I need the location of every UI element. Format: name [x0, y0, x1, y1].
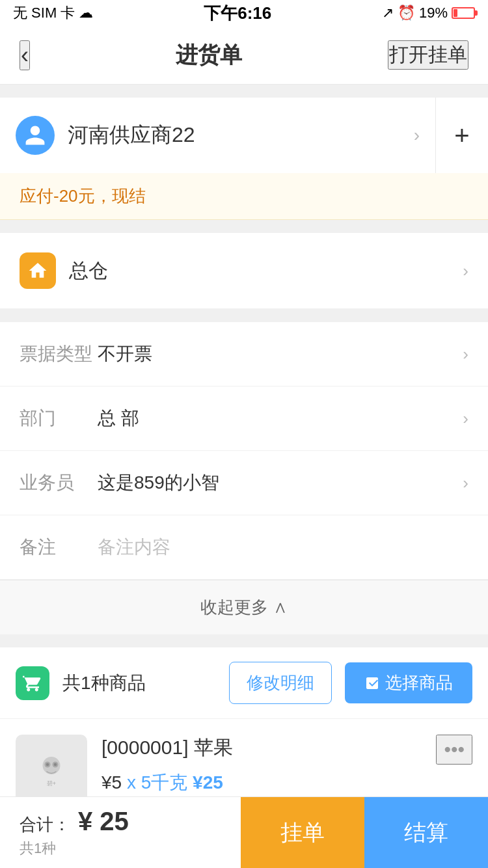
svg-point-3	[46, 763, 49, 766]
nav-bar: ‹ 进货单 打开挂单	[0, 26, 488, 85]
remark-row[interactable]: 备注 备注内容	[0, 515, 488, 580]
footer-total: 合计： ¥ 25 共1种	[0, 797, 241, 868]
product-title: 苹果	[194, 737, 233, 758]
select-product-icon	[364, 675, 380, 691]
open-pending-button[interactable]: 打开挂单	[388, 40, 468, 70]
location-icon: ↗	[382, 5, 394, 21]
status-bar: 无 SIM 卡 ☁ 下午6:16 ↗ ⏰ 19%	[0, 0, 488, 26]
supplier-avatar	[16, 116, 55, 155]
product-total: ¥25	[193, 772, 223, 793]
supplier-info-banner: 应付-20元，现结	[0, 173, 488, 220]
product-thumb-icon: 碧+	[32, 751, 71, 790]
section-gap-4	[0, 634, 488, 647]
warehouse-chevron-icon: ›	[463, 261, 468, 281]
salesperson-chevron-icon: ›	[463, 473, 468, 493]
footer-total-amount: ¥ 25	[78, 807, 129, 836]
supplier-name: 河南供应商22	[68, 121, 414, 150]
invoice-chevron-icon: ›	[463, 344, 468, 364]
footer-bar: 合计： ¥ 25 共1种 挂单 结算	[0, 796, 488, 868]
supplier-chevron-icon: ›	[414, 125, 420, 146]
status-left: 无 SIM 卡 ☁	[13, 3, 93, 23]
invoice-type-value: 不开票	[98, 342, 456, 366]
product-code: [0000001]	[102, 737, 188, 758]
select-product-button[interactable]: 选择商品	[345, 662, 472, 703]
product-header-icon	[16, 666, 49, 700]
product-name: [0000001] 苹果	[102, 735, 436, 761]
settle-button[interactable]: 结算	[364, 797, 488, 868]
status-right: ↗ ⏰ 19%	[382, 5, 475, 21]
salesperson-label: 业务员	[20, 470, 98, 495]
select-product-label: 选择商品	[385, 671, 453, 694]
add-supplier-button[interactable]: +	[436, 98, 488, 173]
collapse-button[interactable]: 收起更多 ∧	[0, 580, 488, 634]
supplier-section: 河南供应商22 › +	[0, 98, 488, 173]
battery-label: 19%	[419, 5, 448, 21]
sim-wifi-label: 无 SIM 卡 ☁	[13, 3, 93, 23]
product-count-label: 共1种商品	[62, 671, 216, 696]
page-title: 进货单	[176, 40, 242, 70]
product-unit-price: ¥5	[102, 772, 122, 793]
section-gap-3	[0, 309, 488, 322]
warehouse-row[interactable]: 总仓 ›	[0, 233, 488, 309]
department-chevron-icon: ›	[463, 409, 468, 429]
department-row[interactable]: 部门 总 部 ›	[0, 387, 488, 451]
salesperson-value: 这是859的小智	[98, 470, 456, 495]
footer-total-sub: 共1种	[20, 839, 221, 858]
product-thumbnail: 碧+	[16, 735, 87, 806]
battery-icon	[452, 7, 475, 19]
status-time: 下午6:16	[204, 2, 271, 25]
product-price-row: ¥5 x 5千克 ¥25	[102, 770, 436, 795]
product-header: 共1种商品 修改明细 选择商品	[0, 647, 488, 719]
edit-detail-button[interactable]: 修改明细	[229, 662, 332, 704]
cart-icon	[23, 673, 42, 693]
product-info: [0000001] 苹果 ¥5 x 5千克 ¥25	[102, 735, 436, 795]
home-icon	[27, 260, 48, 281]
svg-point-4	[54, 763, 57, 766]
remark-placeholder: 备注内容	[98, 535, 468, 560]
section-gap-1	[0, 85, 488, 98]
warehouse-icon	[20, 252, 56, 289]
back-button[interactable]: ‹	[20, 40, 30, 70]
footer-total-label: 合计：	[20, 813, 70, 836]
person-icon	[23, 124, 47, 147]
invoice-type-label: 票据类型	[20, 342, 98, 366]
product-more-button[interactable]: •••	[436, 735, 472, 765]
salesperson-row[interactable]: 业务员 这是859的小智 ›	[0, 451, 488, 515]
invoice-type-row[interactable]: 票据类型 不开票 ›	[0, 322, 488, 387]
product-qty: x 5千克	[127, 772, 193, 793]
section-gap-2	[0, 220, 488, 233]
alarm-icon: ⏰	[398, 5, 415, 21]
pending-button[interactable]: 挂单	[241, 797, 364, 868]
department-value: 总 部	[98, 406, 456, 431]
department-label: 部门	[20, 406, 98, 431]
supplier-selector[interactable]: 河南供应商22 ›	[0, 98, 436, 173]
warehouse-name: 总仓	[69, 258, 456, 284]
remark-label: 备注	[20, 535, 98, 560]
svg-text:碧+: 碧+	[47, 780, 56, 787]
